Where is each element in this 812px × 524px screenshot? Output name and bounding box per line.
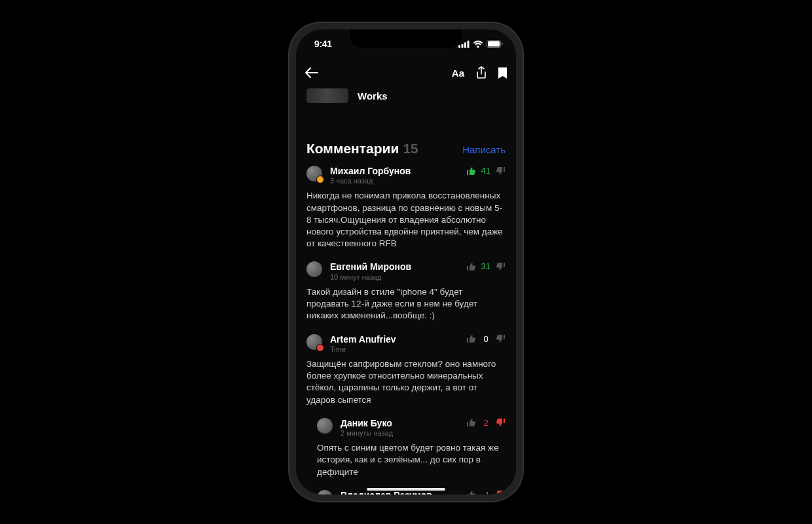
wifi-icon xyxy=(473,41,483,48)
comment-author[interactable]: Даник Буко xyxy=(341,418,466,428)
avatar[interactable] xyxy=(317,418,333,434)
comment-item[interactable]: Даник Буко2 минуты назад2Опять с синим ц… xyxy=(306,418,506,478)
svg-rect-0 xyxy=(458,45,460,48)
comment-author[interactable]: Artem Anufriev xyxy=(330,334,466,345)
svg-rect-2 xyxy=(464,42,466,48)
svg-rect-1 xyxy=(462,44,464,48)
vote-count: -1 xyxy=(481,490,490,495)
avatar[interactable] xyxy=(306,166,322,181)
svg-point-4 xyxy=(477,45,479,47)
share-button[interactable] xyxy=(476,66,487,79)
comment-timestamp: Time xyxy=(330,345,466,354)
comments-count: 15 xyxy=(403,141,418,157)
comments-title: Комментарии xyxy=(306,141,399,157)
upvote-button[interactable] xyxy=(466,334,476,343)
comment-text: Защищён сапфировым стеклом? оно намного … xyxy=(306,358,506,406)
screen: 9:41 Aa xyxy=(296,29,516,495)
avatar[interactable] xyxy=(306,261,322,277)
vote-count: 0 xyxy=(481,334,490,344)
nav-bar: Aa xyxy=(296,58,516,87)
notch xyxy=(350,29,462,48)
comment-timestamp: 10 минут назад xyxy=(330,272,466,282)
downvote-button[interactable] xyxy=(496,166,506,176)
downvote-button[interactable] xyxy=(496,418,506,427)
comment-text: Никогда не понимал прикола восстановленн… xyxy=(306,190,506,250)
article-title: Works xyxy=(358,90,388,102)
vote-count: 31 xyxy=(481,261,490,271)
comment-timestamp: 3 часа назад xyxy=(330,176,466,185)
upvote-button[interactable] xyxy=(466,418,476,427)
comment-author[interactable]: Михаил Горбунов xyxy=(330,166,466,176)
upvote-button[interactable] xyxy=(466,262,476,271)
avatar[interactable] xyxy=(306,334,322,350)
avatar[interactable] xyxy=(317,490,333,495)
avatar-badge xyxy=(316,344,324,352)
vote-count: 41 xyxy=(481,166,490,176)
battery-icon xyxy=(487,40,503,48)
bookmark-button[interactable] xyxy=(498,67,507,79)
comment-item[interactable]: Artem AnufrievTime0Защищён сапфировым ст… xyxy=(306,334,506,406)
article-thumbnail xyxy=(306,88,348,103)
comment-item[interactable]: Евгений Миронов10 минут назад31Такой диз… xyxy=(306,261,506,322)
comment-author[interactable]: Евгений Миронов xyxy=(330,261,466,272)
comments-list: Михаил Горбунов3 часа назад41Никогда не … xyxy=(296,166,516,495)
svg-rect-6 xyxy=(488,41,500,47)
comment-timestamp: 2 минуты назад xyxy=(341,428,466,438)
comments-header: Комментарии 15 Написать xyxy=(296,108,516,166)
svg-rect-7 xyxy=(502,43,503,45)
comment-text: Такой дизайн в стиле "iphone 4" будет пр… xyxy=(306,286,506,322)
svg-rect-3 xyxy=(468,41,470,48)
write-comment-button[interactable]: Написать xyxy=(462,144,506,155)
upvote-button[interactable] xyxy=(466,166,476,176)
article-header[interactable]: Works xyxy=(296,87,516,108)
text-size-button[interactable]: Aa xyxy=(452,67,464,79)
back-button[interactable] xyxy=(305,67,318,78)
comment-text: Опять с синим цветом будет ровно такая ж… xyxy=(317,442,506,478)
status-time: 9:41 xyxy=(314,39,332,49)
upvote-button[interactable] xyxy=(466,490,476,495)
status-indicators xyxy=(458,40,503,48)
avatar-badge xyxy=(316,176,324,183)
phone-frame: 9:41 Aa xyxy=(289,23,523,501)
downvote-button[interactable] xyxy=(496,334,506,343)
vote-count: 2 xyxy=(481,418,490,428)
comment-item[interactable]: Михаил Горбунов3 часа назад41Никогда не … xyxy=(306,166,506,250)
downvote-button[interactable] xyxy=(496,490,506,495)
home-indicator[interactable] xyxy=(367,488,445,491)
downvote-button[interactable] xyxy=(496,262,506,271)
